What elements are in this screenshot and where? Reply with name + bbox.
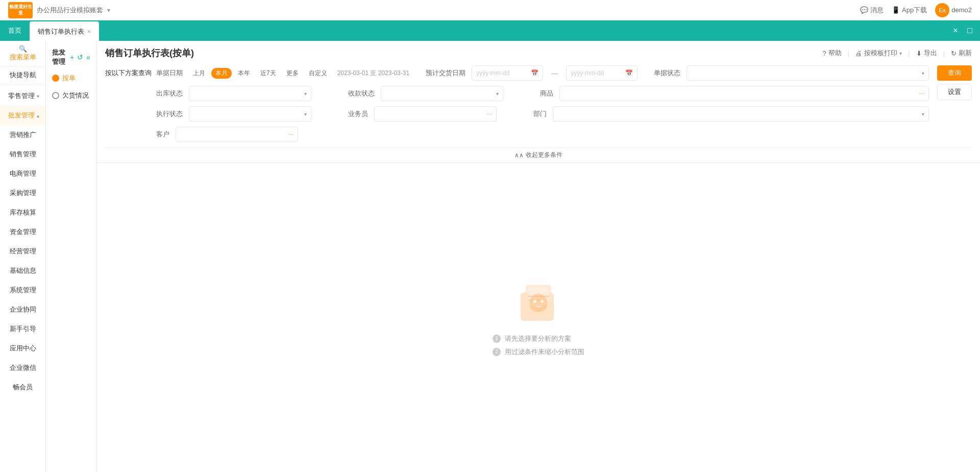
user-menu[interactable]: Ea demo2 [935, 3, 972, 17]
sub-collapse-button[interactable]: « [86, 53, 90, 61]
filter-row-1: 按以下方案查询 单据日期 上月 本月 本年 近7天 更多 [105, 65, 972, 142]
message-button[interactable]: 💬 消息 [860, 6, 884, 15]
tab-minimize-button[interactable]: × [949, 25, 962, 37]
tab-maximize-button[interactable]: □ [964, 25, 976, 37]
dept-dropdown-icon: ▾ [922, 111, 924, 117]
dept-select[interactable]: ▾ [553, 106, 929, 122]
sidebar-item-member[interactable]: 畅会员 [0, 377, 45, 397]
salesperson-more-icon: ··· [487, 110, 492, 117]
date-end-input[interactable]: yyyy-mm-dd 📅 [566, 65, 638, 81]
tab-home-label: 首页 [8, 26, 21, 35]
sidebar-basic-label: 基础信息 [6, 266, 39, 275]
sidebar-item-finance[interactable]: 资金管理 [0, 222, 45, 242]
sidebar: 🔍 搜索菜单 快捷导航 零售管理 ▾ 批发管理 ▴ 营销推广 销售管理 电商管理… [0, 41, 46, 472]
collapse-icon: ∧∧ [514, 152, 524, 159]
sidebar-item-purchase[interactable]: 采购管理 [0, 183, 45, 203]
date-dash: — [551, 69, 558, 77]
salesperson-select[interactable]: ··· [374, 106, 497, 122]
sidebar-item-operations[interactable]: 经营管理 [0, 242, 45, 261]
tab-close-icon[interactable]: × [87, 28, 91, 35]
sidebar-item-ecommerce[interactable]: 电商管理 [0, 164, 45, 183]
tabbar: 首页 销售订单执行表 × × □ [0, 20, 980, 41]
date-tab-more[interactable]: 更多 [282, 68, 303, 79]
sub-item-dot-1 [52, 75, 59, 82]
sidebar-retail-arrow: ▾ [37, 93, 39, 99]
svg-point-5 [529, 294, 548, 312]
date-tab-last-month[interactable]: 上月 [189, 68, 209, 79]
tab-active-label: 销售订单执行表 [38, 27, 84, 36]
date-tab-custom[interactable]: 自定义 [305, 68, 331, 79]
goods-label: 商品 [540, 89, 553, 98]
print-template-button[interactable]: 🖨 按模板打印 ▾ [855, 49, 902, 58]
sidebar-item-sales[interactable]: 销售管理 [0, 145, 45, 164]
date-start-input[interactable]: yyyy-mm-dd 📅 [472, 65, 543, 81]
sub-sidebar-header: 批发管理 + ↺ « [46, 45, 96, 69]
export-label: 导出 [924, 49, 937, 58]
help-icon: ? [823, 50, 826, 57]
sub-item-按单[interactable]: 按单 [46, 69, 96, 87]
sub-refresh-button[interactable]: ↺ [77, 53, 83, 61]
sidebar-member-label: 畅会员 [6, 383, 39, 392]
sidebar-item-wholesale[interactable]: 批发管理 ▴ [0, 106, 45, 125]
sidebar-item-appcenter[interactable]: 应用中心 [0, 339, 45, 358]
dept-label: 部门 [533, 109, 547, 119]
collect-status-select[interactable]: ▾ [381, 86, 503, 101]
export-icon: ⬇ [916, 50, 922, 57]
reset-button[interactable]: 设置 [937, 84, 972, 100]
sidebar-corp-label: 企业协同 [6, 305, 39, 314]
sub-item-欠货情况[interactable]: 欠货情况 [46, 87, 96, 104]
content-title-row: 销售订单执行表(按单) ? 帮助 | 🖨 按模板打印 ▾ | ⬇ [105, 47, 972, 59]
empty-step-1: 1 请先选择要分析的方案 [493, 334, 584, 343]
exec-status-select[interactable]: ▾ [189, 106, 311, 122]
app-download-button[interactable]: 📱 App下载 [892, 6, 927, 15]
app-icon: 📱 [892, 6, 900, 14]
order-status-select[interactable]: ▾ [687, 65, 929, 81]
sidebar-purchase-label: 采购管理 [6, 188, 39, 198]
logo: 畅捷通好生意 [8, 2, 33, 18]
filter-row-2: 出库状态 ▾ 收款状态 ▾ 商品 [156, 86, 929, 101]
customer-select[interactable]: ··· [176, 127, 298, 142]
print-dropdown-icon: ▾ [899, 51, 902, 56]
refresh-button[interactable]: ↻ 刷新 [951, 49, 972, 58]
tab-active[interactable]: 销售订单执行表 × [30, 21, 99, 42]
out-status-label: 出库状态 [156, 89, 183, 98]
collapse-button[interactable]: ∧∧ 收起更多条件 [105, 147, 972, 162]
sidebar-quick-nav[interactable]: 快捷导航 [0, 66, 45, 84]
sidebar-item-retail[interactable]: 零售管理 ▾ [0, 86, 45, 106]
nav-dropdown[interactable]: ▾ [107, 7, 110, 14]
single-date-label: 单据日期 [156, 68, 183, 78]
sidebar-item-corp[interactable]: 企业协同 [0, 300, 45, 319]
empty-state: 1 请先选择要分析的方案 2 用过滤条件来缩小分析范围 [97, 163, 980, 472]
print-label: 按模板打印 [864, 49, 897, 58]
sidebar-item-basic[interactable]: 基础信息 [0, 261, 45, 280]
search-reset-group: 查询 设置 [937, 65, 972, 100]
goods-select[interactable]: ··· [559, 86, 929, 101]
tab-home[interactable]: 首页 [0, 20, 30, 41]
sub-sidebar: 批发管理 + ↺ « 按单 欠货情况 [46, 41, 97, 472]
search-button[interactable]: 查询 [937, 65, 972, 81]
export-button[interactable]: ⬇ 导出 [916, 49, 937, 58]
svg-point-6 [533, 300, 536, 303]
sidebar-item-system[interactable]: 系统管理 [0, 280, 45, 300]
sidebar-item-wechat[interactable]: 企业微信 [0, 358, 45, 377]
help-button[interactable]: ? 帮助 [823, 49, 842, 58]
out-status-select[interactable]: ▾ [189, 86, 311, 101]
date-range-display: 2023-03-01 至 2023-03-31 [337, 69, 409, 78]
salesperson-label: 业务员 [348, 109, 368, 119]
sidebar-ecommerce-label: 电商管理 [6, 169, 39, 178]
calendar-start-icon: 📅 [531, 69, 538, 77]
page-title: 销售订单执行表(按单) [105, 47, 194, 59]
sub-add-button[interactable]: + [70, 53, 74, 61]
sidebar-guide-label: 新手引导 [6, 324, 39, 334]
date-tab-this-month[interactable]: 本月 [211, 68, 232, 79]
sidebar-item-marketing[interactable]: 营销推广 [0, 125, 45, 145]
sidebar-operations-label: 经营管理 [6, 247, 39, 256]
sidebar-item-inventory[interactable]: 库存核算 [0, 203, 45, 222]
out-status-dropdown-icon: ▾ [304, 91, 307, 97]
date-tab-7days[interactable]: 近7天 [256, 68, 280, 79]
date-tab-this-year[interactable]: 本年 [234, 68, 254, 79]
main-layout: 🔍 搜索菜单 快捷导航 零售管理 ▾ 批发管理 ▴ 营销推广 销售管理 电商管理… [0, 41, 980, 472]
sidebar-item-guide[interactable]: 新手引导 [0, 319, 45, 339]
sidebar-search-menu[interactable]: 🔍 搜索菜单 [0, 41, 45, 66]
order-status-dropdown-icon: ▾ [922, 70, 924, 76]
